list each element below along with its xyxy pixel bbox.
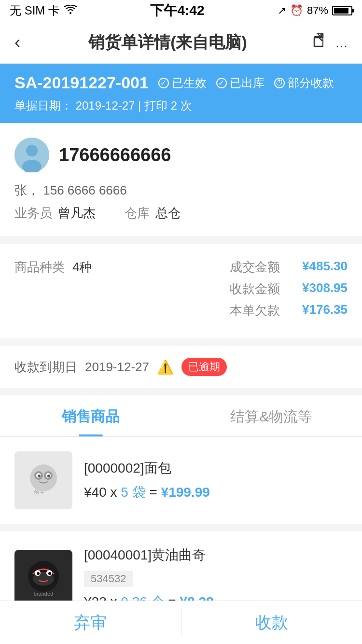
cancel-button[interactable]: 弃审 (0, 601, 181, 644)
svg-point-11 (38, 475, 41, 477)
salesperson-label: 业务员 (14, 205, 52, 222)
back-button[interactable]: ‹ (10, 28, 25, 57)
received-row: 收款金额 ¥308.95 (230, 280, 348, 297)
product-thumbnail-1: 鱼+ (14, 451, 72, 509)
table-row: 鱼+ [0000002]面包 ¥40 x 5 袋 = ¥199.99 (0, 437, 362, 524)
owed-value: ¥176.35 (290, 302, 348, 319)
check-icon-2: ✓ (216, 78, 227, 88)
time-display: 下午4:42 (150, 1, 204, 20)
salesperson-value: 曾凡杰 (58, 205, 96, 222)
location-icon: ↗ (278, 4, 286, 17)
overdue-warning-icon: ⚠️ (157, 359, 174, 375)
due-section: 收款到期日 2019-12-27 ⚠️ 已逾期 (0, 346, 362, 388)
received-label: 收款金额 (230, 280, 280, 297)
check-icon-1: ✓ (158, 78, 169, 88)
tab-sales-products[interactable]: 销售商品 (0, 395, 181, 436)
battery-percentage: 87% (307, 4, 328, 17)
order-id: SA-20191227-001 (14, 73, 149, 92)
svg-point-6 (30, 464, 57, 491)
product-price-1: ¥40 x 5 袋 = ¥199.99 (84, 483, 348, 502)
product-types-value: 4种 (72, 259, 92, 276)
header-banner-top: SA-20191227-001 ✓ 已生效 ✓ 已出库 ⏱ 部分收款 (14, 73, 348, 92)
badge-shipped: ✓ 已出库 (216, 75, 265, 91)
clock-icon: ⏱ (274, 78, 285, 88)
stats-section: 商品种类 4种 成交金额 ¥485.30 收款金额 ¥308.95 本单欠款 ¥… (0, 244, 362, 338)
nav-bar: ‹ 销货单详情(来自电脑) ... (0, 21, 362, 64)
due-date-label: 收款到期日 (14, 359, 77, 376)
date-label: 单据日期： (14, 99, 72, 112)
customer-detail: 张， 156 6666 6666 (14, 182, 348, 199)
customer-section: 17666666666 张， 156 6666 6666 业务员 曾凡杰 仓库 … (0, 123, 362, 236)
overdue-badge: 已逾期 (181, 358, 227, 376)
svg-point-3 (26, 145, 38, 156)
print-info: | 打印 2 次 (138, 99, 192, 112)
due-date-value: 2019-12-27 (85, 360, 149, 375)
warehouse-meta: 仓库 总仓 (125, 205, 181, 222)
wifi-icon (64, 4, 77, 17)
product-list: 鱼+ [0000002]面包 ¥40 x 5 袋 = ¥199.99 (0, 437, 362, 626)
received-value: ¥308.95 (290, 280, 348, 297)
stats-right: 成交金额 ¥485.30 收款金额 ¥308.95 本单欠款 ¥176.35 (230, 259, 348, 324)
header-banner: SA-20191227-001 ✓ 已生效 ✓ 已出库 ⏱ 部分收款 单据日期：… (0, 64, 362, 123)
owed-row: 本单欠款 ¥176.35 (230, 302, 348, 319)
product-batch-2: 534532 (84, 571, 133, 587)
stats-row: 商品种类 4种 成交金额 ¥485.30 收款金额 ¥308.95 本单欠款 ¥… (14, 259, 348, 324)
tabs-bar: 销售商品 结算&物流等 (0, 395, 362, 437)
owed-label: 本单欠款 (230, 302, 280, 319)
stats-left: 商品种类 4种 (14, 259, 92, 280)
svg-text:branded: branded (34, 591, 53, 597)
customer-meta: 业务员 曾凡杰 仓库 总仓 (14, 205, 348, 222)
customer-top: 17666666666 (14, 138, 348, 172)
svg-point-0 (70, 12, 71, 14)
price-base-1: ¥40 (84, 485, 107, 500)
amount-value: ¥485.30 (290, 259, 348, 276)
product-name-1: [0000002]面包 (84, 459, 348, 477)
avatar (14, 138, 49, 172)
badge-effective: ✓ 已生效 (158, 75, 207, 91)
price-qty-1: 5 (121, 485, 128, 500)
alarm-icon: ⏰ (290, 4, 303, 17)
product-info-1: [0000002]面包 ¥40 x 5 袋 = ¥199.99 (84, 459, 348, 502)
salesperson-meta: 业务员 曾凡杰 (14, 205, 96, 222)
amount-row: 成交金额 ¥485.30 (230, 259, 348, 276)
status-right: ↗ ⏰ 87% (278, 4, 352, 17)
amount-label: 成交金额 (230, 259, 280, 276)
svg-point-19 (37, 572, 40, 575)
more-button[interactable]: ... (335, 34, 348, 51)
order-date: 2019-12-27 (76, 99, 135, 112)
page-title: 销货单详情(来自电脑) (25, 31, 310, 54)
status-left: 无 SIM 卡 (10, 3, 77, 18)
bottom-toolbar: 弃审 收款 (0, 601, 362, 644)
share-button[interactable] (310, 33, 326, 52)
warehouse-value: 总仓 (155, 205, 181, 222)
svg-point-20 (48, 572, 51, 575)
header-banner-bottom: 单据日期： 2019-12-27 | 打印 2 次 (14, 98, 348, 113)
badge-partial: ⏱ 部分收款 (274, 75, 334, 91)
product-name-2: [00040001]黄油曲奇 (84, 546, 348, 564)
customer-phone: 17666666666 (59, 145, 171, 166)
battery-icon (332, 6, 352, 15)
status-bar: 无 SIM 卡 下午4:42 ↗ ⏰ 87% (0, 0, 362, 21)
product-types-label: 商品种类 (14, 259, 65, 276)
confirm-button[interactable]: 收款 (181, 601, 362, 644)
customer-name-label: 张， (14, 183, 40, 197)
warehouse-label: 仓库 (125, 205, 150, 222)
price-total-1: ¥199.99 (161, 485, 210, 500)
nav-actions: ... (310, 33, 348, 52)
product-thumbnail-2: branded (14, 550, 72, 608)
product-types-item: 商品种类 4种 (14, 259, 92, 276)
svg-point-12 (47, 475, 50, 477)
tab-settlement[interactable]: 结算&物流等 (181, 395, 362, 436)
customer-alt-phone: 156 6666 6666 (43, 183, 127, 197)
svg-text:鱼+: 鱼+ (33, 489, 44, 496)
carrier-label: 无 SIM 卡 (10, 3, 60, 18)
price-unit-1: 袋 (132, 485, 146, 500)
